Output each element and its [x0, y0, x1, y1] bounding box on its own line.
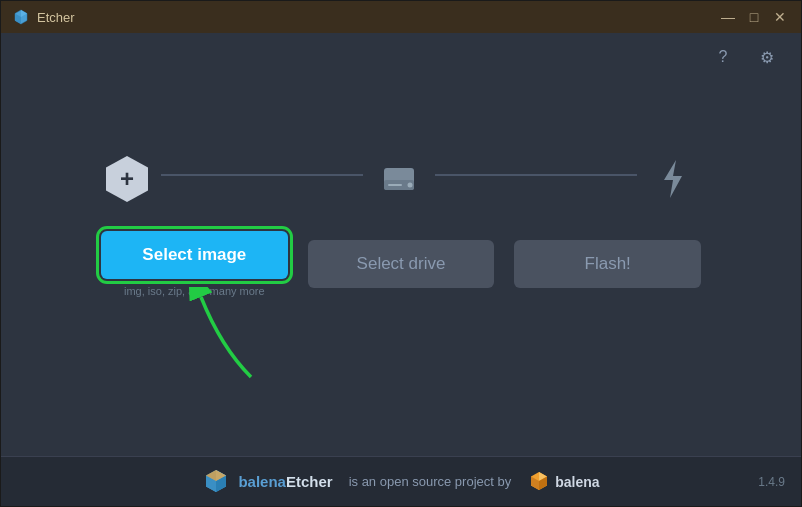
separator-1 — [161, 174, 363, 176]
arrow-indicator — [171, 287, 291, 382]
balena-logo: balena — [527, 470, 599, 494]
main-content: + — [1, 81, 801, 456]
svg-point-6 — [408, 182, 413, 187]
svg-marker-8 — [664, 160, 682, 198]
step-drive-icon-wrap — [371, 151, 427, 207]
separator-2 — [435, 174, 637, 176]
select-drive-wrap: Select drive — [298, 240, 505, 288]
app-title: Etcher — [37, 10, 75, 25]
close-button[interactable]: ✕ — [771, 8, 789, 26]
app-window: Etcher — □ ✕ ? ⚙ + — [0, 0, 802, 507]
window-controls: — □ ✕ — [719, 8, 789, 26]
footer: balenaEtcher is an open source project b… — [1, 456, 801, 506]
help-button[interactable]: ? — [709, 43, 737, 71]
step-flash-icon-wrap — [645, 151, 701, 207]
svg-rect-7 — [388, 184, 402, 186]
footer-logo — [202, 468, 230, 496]
footer-middle-text: is an open source project by — [349, 474, 512, 489]
footer-etcher-text: Etcher — [286, 473, 333, 490]
app-icon — [13, 9, 29, 25]
settings-icon: ⚙ — [760, 48, 774, 67]
steps-row: + — [101, 151, 701, 207]
select-drive-button[interactable]: Select drive — [308, 240, 495, 288]
step-flash-icon — [645, 151, 701, 207]
minimize-button[interactable]: — — [719, 8, 737, 26]
topbar: ? ⚙ — [1, 33, 801, 81]
flash-button[interactable]: Flash! — [514, 240, 701, 288]
arrow-container — [91, 287, 711, 387]
balena-logo-icon — [527, 470, 551, 494]
balena-brand-text: balena — [555, 474, 599, 490]
step-image-icon-wrap: + — [101, 153, 153, 205]
plus-icon: + — [120, 167, 134, 191]
footer-balena-text: balena — [238, 473, 286, 490]
step-drive-icon — [371, 151, 427, 207]
titlebar: Etcher — □ ✕ — [1, 1, 801, 33]
version-label: 1.4.9 — [758, 475, 785, 489]
balenaetcher-logo-icon — [202, 468, 230, 496]
flash-wrap: Flash! — [504, 240, 711, 288]
footer-brand-text: balenaEtcher — [238, 473, 332, 490]
settings-button[interactable]: ⚙ — [753, 43, 781, 71]
help-icon: ? — [719, 48, 728, 66]
titlebar-left: Etcher — [13, 9, 75, 25]
step-image-icon: + — [101, 153, 153, 205]
select-image-button[interactable]: Select image — [101, 231, 288, 279]
maximize-button[interactable]: □ — [745, 8, 763, 26]
